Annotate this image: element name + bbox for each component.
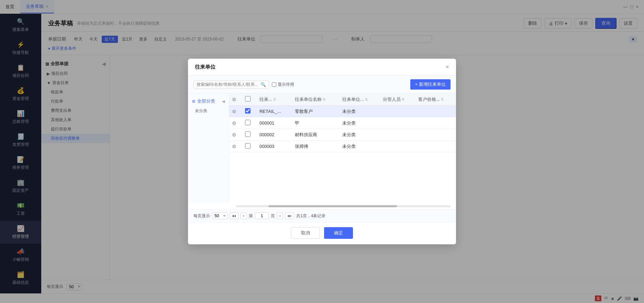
row-price xyxy=(415,129,456,141)
table-header-row: ⚙ 往来... ⇅ 往来单位名 xyxy=(229,93,456,106)
dialog-header: 往来单位 × xyxy=(188,59,456,76)
th-code: 往来... ⇅ xyxy=(257,93,292,106)
table-row[interactable]: ⚙ 000001 甲 未分类 xyxy=(229,117,456,129)
dialog-content: ⊞ 全部分类 ◀ 未分类 ⚙ xyxy=(188,93,456,203)
dialog-table: ⚙ 往来... ⇅ 往来单位名 xyxy=(229,93,456,152)
dialog-sidebar-sub-label: 未分类 xyxy=(195,108,207,113)
row-select-checkbox[interactable] xyxy=(245,108,251,114)
dialog-body: ⊞ 全部分类 ◀ 未分类 ⚙ xyxy=(188,93,456,203)
row-code: 000003 xyxy=(257,141,292,152)
last-page-button[interactable]: ⏭ xyxy=(285,212,294,219)
sort-price-icon: ⇅ xyxy=(441,97,444,101)
dialog-overlay: 往来单位 × 🔍 显示停用 + 新增往来单位 xyxy=(0,0,644,303)
select-all-checkbox[interactable] xyxy=(245,96,251,102)
dialog-sidebar-collapse-icon[interactable]: ◀ xyxy=(222,99,225,104)
row-category: 未分类 xyxy=(340,117,380,129)
total-records: 共1页，4条记录 xyxy=(296,213,325,219)
show-disabled-checkbox[interactable] xyxy=(272,82,276,87)
th-settings: ⚙ xyxy=(229,93,242,106)
row-name: 张师傅 xyxy=(292,141,340,152)
dialog-sidebar-all-categories[interactable]: ⊞ 全部分类 ◀ xyxy=(188,96,229,106)
sort-manager-icon: ⇅ xyxy=(402,97,404,101)
next-page-button[interactable]: › xyxy=(277,212,283,219)
dialog-pagination: 每页显示 50 100 200 ⏮ ‹ 第 页 › ⏭ 共1页，4条记录 xyxy=(193,212,325,219)
dialog-action-bar: 取消 确定 xyxy=(188,222,456,244)
page-suffix: 页 xyxy=(271,213,275,219)
dialog-close-button[interactable]: × xyxy=(445,63,449,71)
row-name: 甲 xyxy=(292,117,340,129)
sort-category-icon: ⇅ xyxy=(365,97,368,101)
row-checkbox xyxy=(242,106,257,117)
row-manager xyxy=(380,129,416,141)
row-manager xyxy=(380,106,416,117)
page-prefix: 第 xyxy=(249,213,253,219)
row-price xyxy=(415,117,456,129)
row-settings: ⚙ xyxy=(229,129,242,141)
row-code: 000001 xyxy=(257,117,292,129)
table-row[interactable]: ⚙ RETAIL_... 零散客户 未分类 xyxy=(229,106,456,117)
row-checkbox xyxy=(242,141,257,152)
row-code: RETAIL_... xyxy=(257,106,292,117)
dialog-search-box[interactable]: 🔍 xyxy=(193,81,269,89)
dialog-title: 往来单位 xyxy=(195,64,215,70)
horizontal-scrollbar[interactable] xyxy=(188,203,456,209)
row-manager xyxy=(380,117,416,129)
dialog-toolbar-left: 🔍 显示停用 xyxy=(193,81,294,89)
th-name: 往来单位名称 ⇅ xyxy=(292,93,340,106)
row-price xyxy=(415,106,456,117)
search-icon: 🔍 xyxy=(260,82,266,87)
row-price xyxy=(415,141,456,152)
scrollbar-track xyxy=(236,205,451,207)
th-category: 往来单位... ⇅ xyxy=(340,93,380,106)
row-category: 未分类 xyxy=(340,106,380,117)
dialog-footer-bar: 每页显示 50 100 200 ⏮ ‹ 第 页 › ⏭ 共1页，4条记录 xyxy=(188,209,456,222)
row-manager xyxy=(380,141,416,152)
row-checkbox xyxy=(242,129,257,141)
page-number-input[interactable] xyxy=(255,212,269,219)
dialog-table-body: ⚙ RETAIL_... 零散客户 未分类 ⚙ xyxy=(229,106,456,152)
dialog-sidebar: ⊞ 全部分类 ◀ 未分类 xyxy=(188,93,229,203)
dialog-toolbar: 🔍 显示停用 + 新增往来单位 xyxy=(188,76,456,93)
row-code: 000002 xyxy=(257,129,292,141)
row-name: 材料供应商 xyxy=(292,129,340,141)
row-settings: ⚙ xyxy=(229,106,242,117)
row-checkbox xyxy=(242,117,257,129)
row-settings: ⚙ xyxy=(229,141,242,152)
partner-dialog: 往来单位 × 🔍 显示停用 + 新增往来单位 xyxy=(188,59,456,244)
row-category: 未分类 xyxy=(340,129,380,141)
row-select-checkbox[interactable] xyxy=(245,143,251,149)
row-name: 零散客户 xyxy=(292,106,340,117)
dialog-search-input[interactable] xyxy=(197,82,260,87)
table-row[interactable]: ⚙ 000003 张师傅 未分类 xyxy=(229,141,456,152)
row-category: 未分类 xyxy=(340,141,380,152)
confirm-button[interactable]: 确定 xyxy=(324,227,353,239)
sort-name-icon: ⇅ xyxy=(323,97,325,101)
dialog-sidebar-label: 全部分类 xyxy=(197,98,215,104)
scrollbar-thumb xyxy=(268,205,397,207)
row-select-checkbox[interactable] xyxy=(245,131,251,137)
add-partner-button[interactable]: + 新增往来单位 xyxy=(410,79,451,90)
per-page-label: 每页显示 xyxy=(193,213,210,219)
first-page-button[interactable]: ⏮ xyxy=(230,212,238,219)
row-select-checkbox[interactable] xyxy=(245,120,251,125)
sort-code-icon: ⇅ xyxy=(273,97,276,101)
th-checkbox xyxy=(242,93,257,106)
th-manager: 分管人员 ⇅ xyxy=(380,93,416,106)
dialog-table-wrap: ⚙ 往来... ⇅ 往来单位名 xyxy=(229,93,456,203)
show-disabled-label[interactable]: 显示停用 xyxy=(272,82,294,88)
cancel-button[interactable]: 取消 xyxy=(291,227,320,239)
show-disabled-text: 显示停用 xyxy=(278,82,294,88)
dialog-sidebar-sub-unclassified[interactable]: 未分类 xyxy=(188,106,229,116)
table-row[interactable]: ⚙ 000002 材料供应商 未分类 xyxy=(229,129,456,141)
per-page-select[interactable]: 50 100 200 xyxy=(212,212,227,219)
prev-page-button[interactable]: ‹ xyxy=(241,212,247,219)
settings-col-icon[interactable]: ⚙ xyxy=(232,97,236,102)
row-settings: ⚙ xyxy=(229,117,242,129)
grid-icon-small: ⊞ xyxy=(192,99,195,104)
th-price: 客户价格... ⇅ xyxy=(415,93,456,106)
